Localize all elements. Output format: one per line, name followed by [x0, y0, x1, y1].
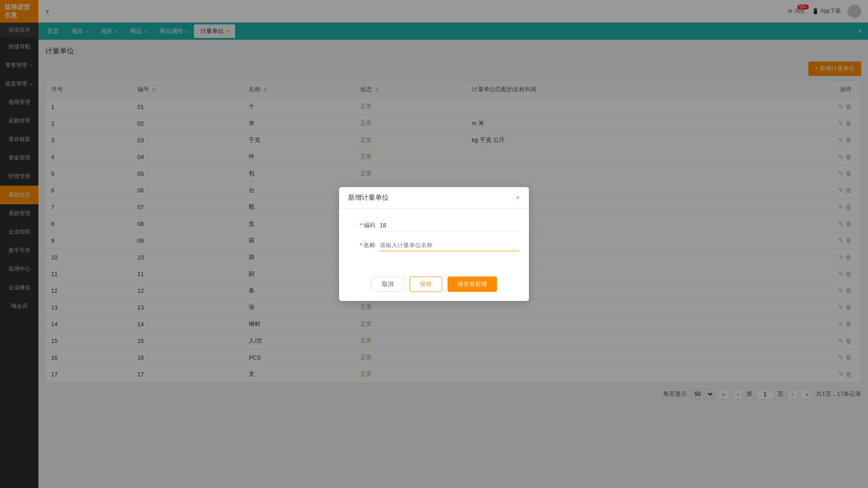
modal-close-button[interactable]: × [516, 194, 520, 202]
name-label: *名称 [348, 241, 380, 249]
modal-body: *编码 *名称 [339, 209, 529, 270]
name-input[interactable] [380, 239, 520, 251]
save-and-new-button[interactable]: 保存并新增 [448, 277, 497, 292]
add-unit-modal: 新增计量单位 × *编码 *名称 取消 保存 保存并新增 [339, 187, 529, 301]
form-row-name: *名称 [348, 239, 520, 251]
required-mark-name: * [360, 242, 362, 249]
required-mark-code: * [360, 222, 362, 229]
modal-overlay[interactable]: 新增计量单位 × *编码 *名称 取消 保存 保存并新增 [0, 0, 868, 488]
modal-footer: 取消 保存 保存并新增 [339, 270, 529, 301]
modal-title: 新增计量单位 [348, 193, 389, 202]
code-label: *编码 [348, 221, 380, 230]
code-input[interactable] [380, 220, 520, 231]
form-row-code: *编码 [348, 220, 520, 231]
cancel-button[interactable]: 取消 [372, 277, 404, 292]
modal-header: 新增计量单位 × [339, 187, 529, 209]
save-button[interactable]: 保存 [410, 277, 442, 292]
